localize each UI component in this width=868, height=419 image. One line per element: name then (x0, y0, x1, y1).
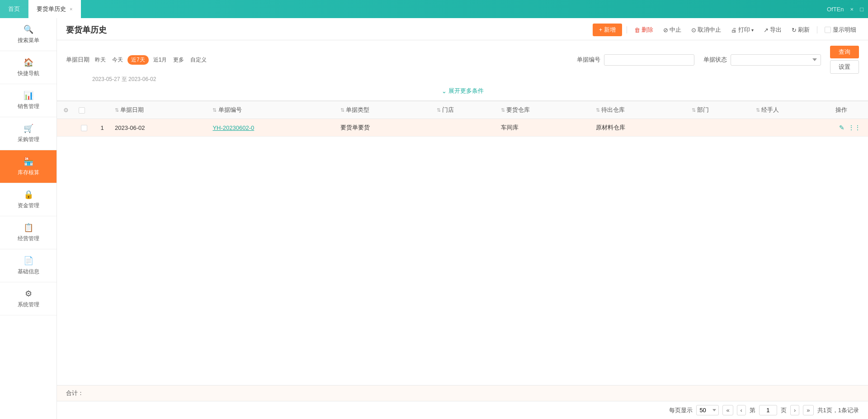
page-input[interactable] (759, 405, 777, 415)
delete-button[interactable]: 🗑 删除 (632, 24, 656, 35)
query-button[interactable]: 查询 (830, 46, 859, 58)
th-date[interactable]: 单据日期 (111, 101, 209, 119)
row-checkbox[interactable] (81, 125, 87, 131)
status-filter: 单据状态 (703, 54, 821, 66)
row-ops: ✎ ⋮⋮ (835, 124, 864, 131)
date-filter-label: 单据日期 (66, 56, 90, 64)
page-title: 要货单历史 (66, 24, 107, 35)
doc-no-link[interactable]: YH-20230602-0 (212, 124, 254, 131)
date-shortcut-last7[interactable]: 近7天 (127, 55, 149, 65)
row-more-icon[interactable]: ⋮⋮ (848, 124, 861, 131)
sidebar-item-finance[interactable]: 🔒 资金管理 (0, 183, 57, 216)
show-detail-checkbox[interactable]: 显示明细 (822, 24, 859, 35)
th-doc-no[interactable]: 单据编号 (209, 101, 337, 119)
row-date-cell: 2023-06-02 (111, 119, 209, 137)
row-dept-cell (688, 119, 752, 137)
date-shortcut-yesterday[interactable]: 昨天 (93, 55, 108, 65)
stop-button[interactable]: ⊘ 中止 (660, 24, 684, 35)
sidebar-item-finance-label: 资金管理 (18, 202, 39, 210)
system-icon: ⚙ (25, 289, 32, 299)
th-handler[interactable]: 经手人 (752, 101, 832, 119)
sidebar-item-inventory[interactable]: 🏪 库存核算 (0, 150, 57, 183)
sidebar-item-operations[interactable]: 📋 经营管理 (0, 216, 57, 249)
often-badge: OfTEn (827, 6, 844, 13)
row-edit-icon[interactable]: ✎ (839, 124, 844, 131)
next-page-button[interactable]: › (790, 405, 799, 415)
sidebar-item-purchase[interactable]: 🛒 采购管理 (0, 117, 57, 150)
date-shortcuts: 昨天 今天 近7天 近1月 更多 自定义 (93, 55, 208, 65)
tab-order-history-label: 要货单历史 (37, 5, 66, 13)
status-label: 单据状态 (703, 56, 727, 64)
export-icon: ↗ (764, 27, 769, 33)
new-button[interactable]: + 新增 (593, 24, 622, 36)
new-button-label: + 新增 (599, 26, 616, 34)
finance-icon: 🔒 (24, 190, 33, 200)
select-all-checkbox[interactable] (79, 107, 85, 114)
tab-order-history[interactable]: 要货单历史 × (28, 0, 81, 18)
operations-icon: 📋 (24, 223, 33, 233)
row-settings-cell (57, 119, 75, 137)
delete-icon: 🗑 (634, 27, 640, 33)
window-close-icon[interactable]: × (850, 6, 854, 13)
per-page-select[interactable]: 50 20 100 200 (696, 405, 719, 415)
cancel-stop-button[interactable]: ⊙ 取消中止 (689, 24, 724, 35)
date-filter: 单据日期 昨天 今天 近7天 近1月 更多 自定义 (66, 55, 208, 65)
top-bar: 首页 要货单历史 × OfTEn × □ (0, 0, 868, 18)
prev-page-button[interactable]: ‹ (737, 405, 746, 415)
cancel-stop-button-label: 取消中止 (698, 26, 721, 34)
quick-nav-icon: 🏠 (24, 57, 33, 67)
sidebar-item-quick-nav[interactable]: 🏠 快捷导航 (0, 51, 57, 84)
inventory-icon: 🏪 (24, 157, 33, 167)
top-bar-right: OfTEn × □ (827, 6, 868, 13)
pagination-bar: 每页显示 50 20 100 200 « ‹ 第 页 › » 共1页，1条记录 (57, 401, 868, 419)
sidebar-item-purchase-label: 采购管理 (18, 136, 39, 143)
date-shortcut-more[interactable]: 更多 (171, 55, 186, 65)
sales-icon: 📊 (24, 90, 33, 100)
date-shortcut-custom[interactable]: 自定义 (189, 55, 208, 65)
table-settings-icon[interactable]: ⚙ (63, 107, 69, 114)
refresh-button-label: 刷新 (798, 26, 810, 34)
expand-filter[interactable]: ⌄ 展开更多条件 (66, 85, 859, 97)
sidebar-item-search-menu[interactable]: 🔍 搜索菜单 (0, 18, 57, 51)
setting-button[interactable]: 设置 (830, 60, 859, 74)
filter-row-1: 单据日期 昨天 今天 近7天 近1月 更多 自定义 单据编号 (66, 46, 859, 74)
sidebar-item-basic-info[interactable]: 📄 基础信息 (0, 249, 57, 282)
date-shortcut-last-month[interactable]: 近1月 (151, 55, 169, 65)
last-page-button[interactable]: » (803, 405, 813, 415)
print-button[interactable]: 🖨 打印 ▾ (728, 24, 756, 35)
tab-home[interactable]: 首页 (0, 0, 28, 18)
date-shortcut-today[interactable]: 今天 (110, 55, 125, 65)
th-dept[interactable]: 部门 (688, 101, 752, 119)
row-op-cell: ✎ ⋮⋮ (832, 119, 868, 137)
stop-icon: ⊘ (663, 27, 668, 33)
purchase-icon: 🛒 (24, 124, 33, 133)
th-store[interactable]: 门店 (433, 101, 497, 119)
sidebar-item-system[interactable]: ⚙ 系统管理 (0, 282, 57, 315)
print-icon: 🖨 (731, 27, 737, 33)
doc-no-input[interactable] (604, 54, 694, 66)
table-body: 1 2023-06-02 YH-20230602-0 要货单要货 车间库 原材料… (57, 119, 868, 137)
row-handler-cell (752, 119, 832, 137)
print-button-label: 打印 (738, 26, 750, 34)
status-select[interactable] (731, 54, 821, 66)
th-req-warehouse[interactable]: 要货仓库 (497, 101, 592, 119)
export-button[interactable]: ↗ 导出 (761, 24, 784, 35)
tab-home-label: 首页 (8, 5, 20, 13)
window-maximize-icon[interactable]: □ (860, 6, 863, 13)
close-tab-icon[interactable]: × (70, 6, 72, 12)
basic-info-icon: 📄 (24, 256, 33, 266)
th-doc-type[interactable]: 单据类型 (337, 101, 433, 119)
sidebar: 🔍 搜索菜单 🏠 快捷导航 📊 销售管理 🛒 采购管理 🏪 库存核算 🔒 资金管… (0, 18, 57, 419)
jump-prefix-label: 第 (750, 406, 755, 414)
row-store-cell (433, 119, 497, 137)
refresh-button[interactable]: ↻ 刷新 (789, 24, 812, 35)
first-page-button[interactable]: « (722, 405, 733, 415)
sidebar-item-sales[interactable]: 📊 销售管理 (0, 84, 57, 117)
date-range-display: 2023-05-27 至 2023-06-02 (92, 76, 859, 83)
th-pending-warehouse[interactable]: 待出仓库 (592, 101, 689, 119)
per-page-label: 每页显示 (669, 406, 693, 414)
main-layout: 🔍 搜索菜单 🏠 快捷导航 📊 销售管理 🛒 采购管理 🏪 库存核算 🔒 资金管… (0, 18, 868, 419)
table-row: 1 2023-06-02 YH-20230602-0 要货单要货 车间库 原材料… (57, 119, 868, 137)
detail-checkbox-input[interactable] (825, 27, 831, 33)
search-menu-icon: 🔍 (24, 24, 33, 34)
